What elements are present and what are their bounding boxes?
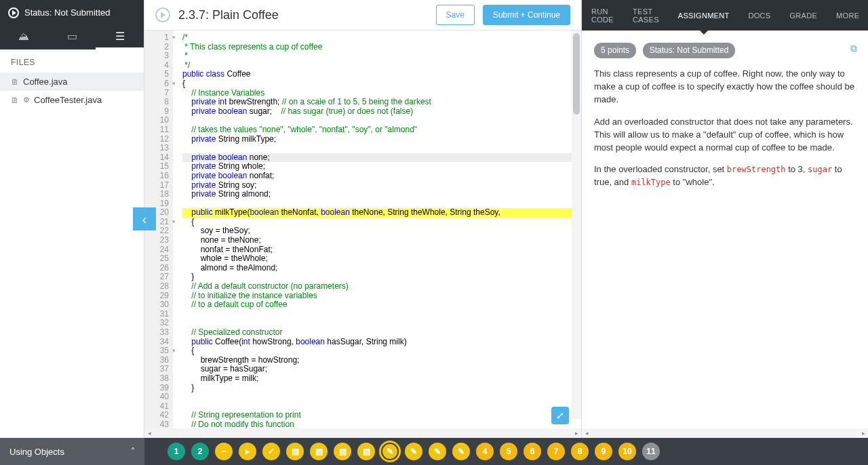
lesson-dot[interactable]: − bbox=[215, 443, 233, 460]
assignment-body: ⧉ 5 points Status: Not Submitted This cl… bbox=[582, 31, 868, 428]
tab-docs[interactable]: DOCS bbox=[739, 0, 781, 31]
code-area[interactable]: /* * This class represents a cup of coff… bbox=[173, 31, 581, 428]
lesson-dot[interactable]: ✎ bbox=[452, 443, 470, 460]
lesson-dot[interactable]: 8 bbox=[571, 443, 589, 460]
lesson-dot[interactable]: 5 bbox=[500, 443, 517, 460]
file-list: 🗎Coffee.java🗎⚙CoffeeTester.java bbox=[0, 73, 144, 109]
status-strip: Status: Not Submitted bbox=[0, 0, 144, 25]
sidebar: Status: Not Submitted ⛰ ▭ ☰ FILES 🗎Coffe… bbox=[0, 0, 144, 438]
tab-test-cases[interactable]: TEST CASES bbox=[623, 0, 669, 31]
file-name: CoffeeTester.java bbox=[34, 95, 102, 105]
submit-button[interactable]: Submit + Continue bbox=[483, 5, 570, 25]
popout-icon[interactable]: ⧉ bbox=[850, 41, 857, 55]
file-name: Coffee.java bbox=[23, 77, 68, 87]
lesson-dot[interactable]: 6 bbox=[524, 443, 541, 460]
tab-grade[interactable]: GRADE bbox=[780, 0, 827, 31]
lesson-dot[interactable]: ▸ bbox=[239, 443, 256, 460]
lesson-play-icon bbox=[155, 7, 170, 22]
footer-section-label: Using Objects bbox=[9, 447, 64, 457]
lesson-title: 2.3.7: Plain Coffee bbox=[178, 8, 428, 22]
code-milktype: milkType bbox=[631, 178, 671, 187]
files-header: FILES bbox=[0, 49, 144, 73]
code-sugar: sugar bbox=[808, 165, 832, 174]
sidebar-nav: ⛰ ▭ ☰ bbox=[0, 25, 144, 49]
scroll-right-icon[interactable]: ▸ bbox=[572, 430, 581, 437]
lesson-progress: 12−▸✓▤▤▤▤✎✎✎✎4567891011 bbox=[144, 438, 868, 465]
file-icon: 🗎 bbox=[11, 96, 19, 105]
collapse-sidebar-button[interactable]: ‹ bbox=[133, 207, 156, 230]
points-pill: 5 points bbox=[594, 43, 636, 58]
assignment-p2: Add an overloaded constructor that does … bbox=[594, 116, 856, 155]
expand-editor-button[interactable]: ⤢ bbox=[551, 407, 569, 424]
lesson-dot[interactable]: ✎ bbox=[429, 443, 446, 460]
file-icon: 🗎 bbox=[11, 77, 19, 87]
assignment-p3: In the overloaded constructor, set brewS… bbox=[594, 163, 856, 189]
save-button[interactable]: Save bbox=[436, 5, 475, 25]
lesson-dot[interactable]: ✓ bbox=[262, 443, 280, 460]
status-text: Status: Not Submitted bbox=[24, 7, 110, 18]
assignment-p1: This class represents a cup of coffee. R… bbox=[594, 68, 856, 106]
lesson-dot[interactable]: ▤ bbox=[357, 443, 375, 460]
file-item[interactable]: 🗎Coffee.java bbox=[0, 73, 144, 91]
horizontal-scrollbar[interactable]: ◂ ▸ bbox=[144, 428, 581, 438]
nav-map-icon[interactable]: ⛰ bbox=[0, 25, 48, 49]
editor-header: 2.3.7: Plain Coffee Save Submit + Contin… bbox=[144, 0, 581, 31]
lesson-dot[interactable]: ✎ bbox=[405, 443, 422, 460]
lesson-dot[interactable]: 7 bbox=[547, 443, 565, 460]
code-editor[interactable]: 1234567891011121314151617181920212223242… bbox=[144, 31, 581, 428]
vertical-scrollbar[interactable] bbox=[572, 31, 581, 419]
lesson-dot[interactable]: ▤ bbox=[286, 443, 304, 460]
right-panel: RUN CODE TEST CASES ASSIGNMENT DOCS GRAD… bbox=[582, 0, 868, 438]
lesson-dot[interactable]: ▤ bbox=[334, 443, 351, 460]
tab-more[interactable]: MORE bbox=[827, 0, 868, 31]
tab-run-code[interactable]: RUN CODE bbox=[582, 0, 623, 31]
chevron-up-icon: ˄ bbox=[131, 447, 135, 456]
file-item[interactable]: 🗎⚙CoffeeTester.java bbox=[0, 91, 144, 109]
gear-icon: ⚙ bbox=[23, 96, 30, 104]
tab-assignment[interactable]: ASSIGNMENT bbox=[669, 0, 739, 31]
lesson-dot[interactable]: 4 bbox=[476, 443, 494, 460]
lesson-dot[interactable]: ▤ bbox=[310, 443, 328, 460]
lesson-dot[interactable]: 10 bbox=[618, 443, 636, 460]
footer: Using Objects ˄ 12−▸✓▤▤▤▤✎✎✎✎4567891011 bbox=[0, 438, 868, 465]
rp-scroll-right-icon[interactable]: ▸ bbox=[859, 430, 868, 437]
lesson-dot[interactable]: 2 bbox=[191, 443, 209, 460]
lesson-dot[interactable]: 11 bbox=[642, 443, 660, 460]
nav-calendar-icon[interactable]: ▭ bbox=[48, 25, 96, 49]
code-brewstrength: brewStrength bbox=[727, 165, 786, 174]
play-circle-icon bbox=[8, 7, 19, 18]
lesson-dot[interactable]: 1 bbox=[167, 443, 185, 460]
lesson-dot[interactable]: ✎ bbox=[381, 443, 399, 460]
lesson-dot[interactable]: 9 bbox=[595, 443, 612, 460]
tab-bar: RUN CODE TEST CASES ASSIGNMENT DOCS GRAD… bbox=[582, 0, 868, 31]
right-horizontal-scrollbar[interactable]: ◂ ▸ bbox=[582, 428, 868, 438]
scroll-left-icon[interactable]: ◂ bbox=[144, 430, 154, 437]
rp-scroll-left-icon[interactable]: ◂ bbox=[582, 430, 591, 437]
nav-list-icon[interactable]: ☰ bbox=[96, 25, 144, 49]
editor-panel: ‹ 2.3.7: Plain Coffee Save Submit + Cont… bbox=[144, 0, 582, 438]
footer-section[interactable]: Using Objects ˄ bbox=[0, 438, 144, 465]
status-pill: Status: Not Submitted bbox=[643, 43, 736, 58]
